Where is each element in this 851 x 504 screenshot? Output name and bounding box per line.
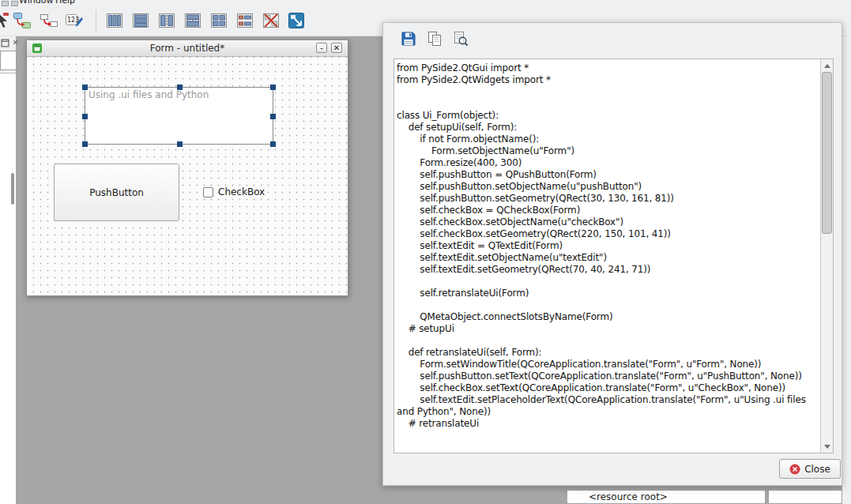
- selection-handle[interactable]: [177, 85, 183, 90]
- find-icon[interactable]: [452, 30, 469, 47]
- widget-box-dock: ✕: [0, 36, 16, 504]
- lay-out-grid-icon[interactable]: [209, 11, 228, 30]
- menubar: Window Help: [0, 0, 851, 6]
- close-button[interactable]: ✕: [331, 43, 342, 53]
- toolbar-separator: [96, 10, 96, 31]
- form-window-title: Form - untitled*: [27, 40, 348, 56]
- menubar-grip-icon: [2, 1, 9, 6]
- checkbox-label: CheckBox: [218, 186, 265, 197]
- resource-browser-panel: <resource root>: [567, 490, 766, 504]
- form-editor-window: Form - untitled* - ✕ Using .ui files and…: [26, 39, 348, 296]
- form-icon: [32, 43, 42, 53]
- scroll-up-arrow-icon[interactable]: [821, 60, 833, 71]
- scrollbar-thumb[interactable]: [822, 72, 832, 234]
- edit-buddies-icon[interactable]: [40, 11, 58, 30]
- selection-handle[interactable]: [270, 141, 276, 147]
- widget-box-list[interactable]: [0, 73, 16, 504]
- copy-icon[interactable]: [426, 30, 443, 47]
- textedit-widget[interactable]: Using .ui files and Python: [85, 87, 273, 145]
- menubar-app-icon: [11, 1, 18, 6]
- break-layout-icon[interactable]: [262, 11, 281, 30]
- lay-out-horizontally-icon[interactable]: [105, 11, 124, 30]
- code-scrollbar[interactable]: [820, 59, 833, 453]
- dock-close-icon[interactable]: ✕: [11, 39, 20, 47]
- resource-root-item[interactable]: <resource root>: [589, 491, 668, 502]
- dock-scrollbar-thumb[interactable]: [11, 173, 14, 205]
- python-code-dialog: from PySide2.QtGui import * from PySide2…: [382, 22, 842, 486]
- lay-out-horizontal-splitter-icon[interactable]: [157, 11, 176, 30]
- dialog-close-button[interactable]: Close: [779, 459, 841, 479]
- code-view[interactable]: from PySide2.QtGui import * from PySide2…: [393, 58, 834, 453]
- lay-out-form-layout-icon[interactable]: [235, 11, 254, 30]
- menu-help[interactable]: Help: [55, 0, 75, 6]
- lay-out-vertical-splitter-icon[interactable]: [183, 11, 202, 30]
- textedit-placeholder: Using .ui files and Python: [88, 89, 209, 100]
- qt-designer-window: Window Help 123: [0, 0, 851, 504]
- edit-tab-order-icon[interactable]: 123: [65, 11, 84, 30]
- lay-out-vertically-icon[interactable]: [131, 11, 150, 30]
- selection-handle[interactable]: [270, 114, 276, 119]
- close-circle-icon: [789, 464, 800, 475]
- widget-filter-input[interactable]: [0, 51, 17, 70]
- checkbox-indicator[interactable]: [203, 187, 213, 197]
- selection-handle[interactable]: [270, 85, 276, 90]
- minimize-button[interactable]: -: [316, 43, 327, 53]
- selection-handle[interactable]: [177, 141, 183, 147]
- save-icon[interactable]: [400, 30, 417, 47]
- edit-widgets-icon[interactable]: [0, 11, 11, 30]
- selection-handle[interactable]: [82, 114, 88, 119]
- dock-float-icon[interactable]: [1, 39, 9, 47]
- selection-handle[interactable]: [82, 141, 88, 147]
- selection-handle[interactable]: [82, 85, 88, 90]
- code-dialog-toolbar: [400, 30, 469, 47]
- code-text: from PySide2.QtGui import * from PySide2…: [397, 62, 819, 451]
- form-window-titlebar[interactable]: Form - untitled* - ✕: [27, 40, 348, 57]
- menu-window[interactable]: Window: [19, 0, 53, 6]
- resource-side-panel: [768, 490, 842, 504]
- form-canvas[interactable]: Using .ui files and Python PushButton Ch…: [27, 57, 348, 295]
- scroll-down-arrow-icon[interactable]: [821, 441, 833, 452]
- pushbutton-widget[interactable]: PushButton: [54, 164, 179, 221]
- checkbox-widget[interactable]: CheckBox: [203, 186, 265, 197]
- edit-signals-slots-icon[interactable]: [13, 11, 32, 30]
- adjust-size-icon[interactable]: [287, 11, 306, 30]
- close-button-label: Close: [804, 464, 830, 475]
